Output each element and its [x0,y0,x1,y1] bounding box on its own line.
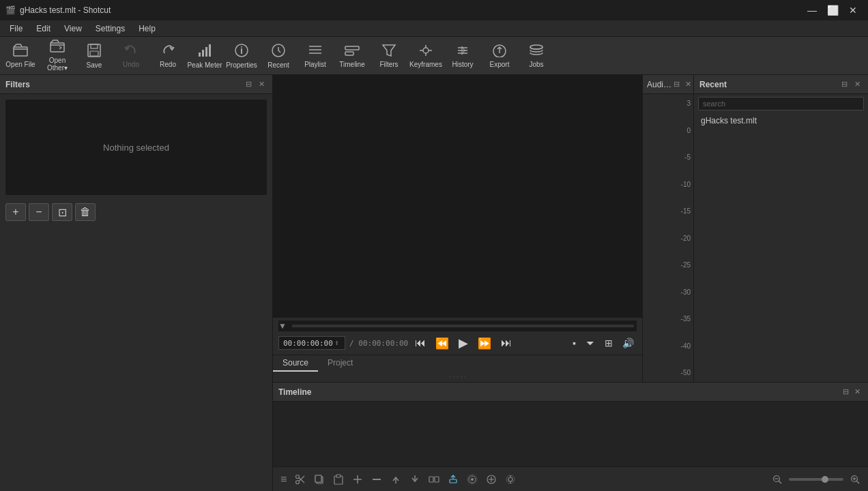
menu-help[interactable]: Help [132,23,162,35]
toolbar: Open File Open Other▾ Save Undo Redo Pea… [0,37,868,75]
menu-edit[interactable]: Edit [29,23,57,35]
timeline-copy-button[interactable] [310,472,328,487]
keyframes-button[interactable]: Keyframes [408,39,444,73]
zoom-handle[interactable] [822,476,828,483]
zoom-out-button[interactable] [768,472,786,487]
open-file-button[interactable]: Open File [3,39,38,73]
timeline-ripple-button[interactable] [463,472,481,487]
timeline-float-button[interactable]: ⊟ [841,387,851,397]
timeline-snap-button[interactable] [444,472,462,487]
timeline-cut-button[interactable] [291,472,309,487]
export-button[interactable]: Export [482,39,517,73]
audio-scale-neg30: -30 [681,288,691,296]
maximize-button[interactable]: ⬜ [823,3,842,17]
minimize-button[interactable]: — [802,3,822,17]
timeline-lift-button[interactable] [387,472,405,487]
svg-text:i: i [240,45,243,56]
peak-meter-button[interactable]: Peak Meter [187,39,222,73]
out-point-button[interactable]: ⏷ [583,336,598,350]
skip-to-start-button[interactable]: ⏮ [412,336,429,351]
step-back-button[interactable]: ⏪ [433,336,452,351]
recent-label: Recent [267,61,289,69]
filters-add-button[interactable]: + [5,203,26,221]
source-tab[interactable]: Source [273,355,318,372]
zoom-slider[interactable] [789,478,843,481]
timeline-close-button[interactable]: ✕ [852,387,863,397]
timeline-overwrite-button[interactable] [406,472,424,487]
open-file-label: Open File [5,61,35,68]
close-button[interactable]: ✕ [843,3,863,17]
history-button[interactable]: History [445,39,480,73]
filters-float-button[interactable]: ⊟ [244,79,254,89]
playlist-label: Playlist [304,61,326,68]
svg-point-18 [423,48,429,53]
undo-button[interactable]: Undo [113,39,149,73]
volume-button[interactable]: 🔊 [620,336,637,350]
grid-button[interactable]: ⊞ [602,336,616,350]
audio-scale: 3 0 -5 -10 -15 -20 -25 -30 -35 -40 -50 [643,94,693,382]
jobs-label: Jobs [529,61,543,68]
project-tab[interactable]: Project [318,355,362,372]
jobs-button[interactable]: Jobs [519,39,554,73]
filters-toolbar: + − ⊡ 🗑 [0,200,272,224]
audio-scale-neg5: -5 [684,153,691,161]
current-time-display: 00:00:00:00 ⬆ [278,336,345,350]
video-preview-area: ▼ 00:00:00:00 ⬆ / 00:00:00:00 ⏮ ⏪ ▶ ⏩ ⏭ [273,75,642,382]
timeline-paste-button[interactable] [330,472,347,487]
filters-button[interactable]: Filters [371,39,407,73]
menu-file[interactable]: File [3,23,29,35]
svg-rect-6 [202,50,204,57]
svg-rect-16 [345,52,353,55]
progress-bar[interactable]: ▼ [278,321,637,331]
save-icon [87,43,102,60]
filters-remove-button[interactable]: − [29,203,49,221]
filters-panel-icons: ⊟ ✕ [244,79,267,89]
separator-dots: · · · · · [273,372,642,382]
timeline-menu-button[interactable]: ≡ [277,471,290,488]
source-tabs: Source Project [273,355,642,372]
redo-label: Redo [160,61,176,68]
zoom-in-button[interactable] [846,472,864,487]
timeline-center-button[interactable] [502,472,519,487]
redo-button[interactable]: Redo [150,39,186,73]
step-forward-button[interactable]: ⏩ [475,336,494,351]
title-bar-controls: — ⬜ ✕ [802,3,863,17]
menu-settings[interactable]: Settings [89,23,132,35]
recent-close-button[interactable]: ✕ [852,79,863,89]
audio-float-button[interactable]: ⊟ [671,79,682,89]
properties-label: Properties [226,61,257,69]
filters-close-button[interactable]: ✕ [257,79,267,89]
in-point-button[interactable]: ▪ [570,336,579,350]
recent-button[interactable]: Recent [261,39,296,73]
recent-search-input[interactable] [698,97,864,110]
recent-float-button[interactable]: ⊟ [839,79,850,89]
audio-close-button[interactable]: ✕ [683,79,693,89]
open-other-button[interactable]: Open Other▾ [40,39,75,73]
audio-scale-neg50: -50 [681,369,691,376]
timeline-append-button[interactable] [349,472,366,487]
properties-icon: i [234,43,249,60]
svg-rect-4 [90,51,98,56]
skip-to-end-button[interactable]: ⏭ [498,336,515,351]
audio-scale-neg15: -15 [681,207,691,215]
timeline-button[interactable]: Timeline [334,39,370,73]
timeline-label: Timeline [339,61,364,68]
playlist-button[interactable]: Playlist [298,39,333,73]
timeline-split-button[interactable] [425,472,443,487]
properties-button[interactable]: i Properties [224,39,259,73]
keyframes-label: Keyframes [409,61,442,68]
peak-meter-label: Peak Meter [187,61,222,69]
play-button[interactable]: ▶ [456,334,471,352]
timeline-remove-button[interactable] [368,472,386,487]
menu-view[interactable]: View [57,23,89,35]
zoom-slider-container [768,472,864,487]
filters-copy-button[interactable]: ⊡ [52,203,72,221]
timeline-section: Timeline ⊟ ✕ ≡ [273,382,868,491]
filters-delete-button[interactable]: 🗑 [75,203,96,221]
open-other-label: Open Other▾ [40,57,75,72]
progress-track[interactable] [292,325,634,327]
timeline-ripple-all-button[interactable] [482,472,500,487]
time-spinner[interactable]: ⬆ [334,338,339,348]
save-button[interactable]: Save [76,39,112,73]
recent-file-item[interactable]: gHacks test.mlt [694,113,868,128]
